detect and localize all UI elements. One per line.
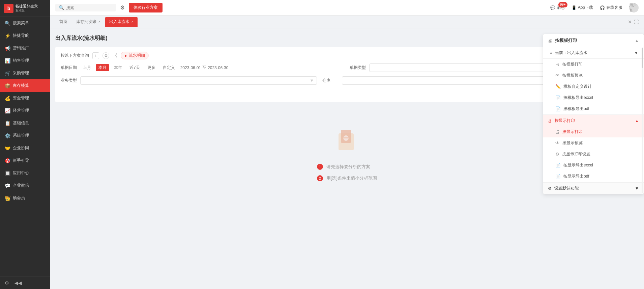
sidebar-item-sales[interactable]: 📊销售管理 [0, 54, 50, 67]
sidebar-label-app-center: 应用中心 [13, 170, 29, 176]
sidebar-item-operations[interactable]: 📈经营管理 [0, 104, 50, 117]
icon-display-print: 🖨 [555, 129, 560, 134]
sidebar-item-guide[interactable]: 🎯新手引导 [0, 154, 50, 167]
sidebar-item-enterprise[interactable]: 🤝企业协同 [0, 142, 50, 154]
settings-icon[interactable]: ⚙ [5, 280, 9, 286]
filter-label: 按以下方案查询 [61, 53, 89, 58]
date-option-近7天[interactable]: 近7天 [127, 64, 143, 71]
business-type-input[interactable]: ▼ [80, 76, 317, 85]
messages-btn[interactable]: 💬 消息 99+ [550, 5, 565, 10]
date-option-本月[interactable]: 本月 [96, 64, 109, 71]
tag-label: 流水明细 [129, 53, 145, 58]
warehouse-label: 仓库 [322, 78, 339, 83]
tab-label-in-out-flow: 出入库流水 [109, 19, 129, 25]
app-name: 畅捷通好生意 [16, 4, 38, 8]
sidebar-item-wechat[interactable]: 💬企业微信 [0, 179, 50, 192]
display-section-chevron[interactable]: ▲ [635, 119, 639, 123]
dropdown-current-item[interactable]: ● 当前：出入库流水 ▼ [543, 47, 644, 58]
date-filter-field: 单据日期 上月本月本年近7天更多自定义 2023-06-01 至 2023-06… [61, 64, 344, 71]
dropdown-header: 🖨 按模板打印 ▲ [543, 34, 644, 47]
display-section-header[interactable]: 🖨 按显示打印 ▲ [543, 115, 644, 126]
tab-close-in-out-flow[interactable]: × [131, 20, 134, 24]
search-box[interactable]: 🔍 [55, 4, 116, 11]
message-icon: 💬 [550, 5, 555, 10]
sidebar-label-sales: 销售管理 [13, 58, 29, 63]
dropdown-item-template-custom[interactable]: ✏️模板自定义设计 [543, 81, 644, 92]
sidebar-label-guide: 新手引导 [13, 158, 29, 163]
dropdown-panel: 🖨 按模板打印 ▲ ● 当前：出入库流水 ▼ 🖨按模板打印👁按模板预览✏️模板自… [543, 34, 644, 194]
dropdown-item-template-preview[interactable]: 👁按模板预览 [543, 70, 644, 81]
sidebar-item-app-center[interactable]: 🔲应用中心 [0, 167, 50, 179]
sidebar-label-search: 搜索菜单 [13, 20, 29, 26]
app-download-btn[interactable]: 📱 App下载 [572, 5, 593, 10]
sidebar-icon-marketing: 📢 [5, 46, 10, 51]
tab-in-out-flow[interactable]: 出入库流水× [105, 17, 138, 27]
sidebar-item-basic-info[interactable]: 📋基础信息 [0, 117, 50, 129]
dropdown-display-item-display-preview[interactable]: 👁按显示预览 [543, 137, 644, 149]
close-window-icon[interactable]: ✕ [628, 19, 632, 25]
topbar: 🔍 ⚙ 体验行业方案 💬 消息 99+ 📱 App下载 🎧 在线客服 用户名 [50, 0, 644, 16]
current-label-icon: ● [550, 51, 552, 55]
avatar[interactable]: 用户名 [629, 3, 639, 12]
filter-settings-button[interactable]: ⚙ [103, 52, 109, 59]
date-option-本年[interactable]: 本年 [111, 64, 125, 71]
sidebar-item-vip[interactable]: 👑畅会员 [0, 192, 50, 204]
settings-gear-icon[interactable]: ⚙ [120, 4, 125, 11]
display-section-icon: 🖨 [548, 119, 552, 123]
customer-service-btn[interactable]: 🎧 在线客服 [600, 5, 622, 10]
date-option-上月[interactable]: 上月 [80, 64, 94, 71]
sidebar-icon-system: ⚙️ [5, 133, 10, 138]
user-name: 用户名 [629, 3, 639, 13]
dropdown-item-template-print[interactable]: 🖨按模板打印 [543, 59, 644, 70]
sidebar-item-inventory[interactable]: 📦库存核算 [0, 79, 50, 92]
sidebar-label-finance: 资金管理 [13, 95, 29, 101]
empty-illustration [333, 127, 360, 158]
dropdown-display-item-display-export-pdf[interactable]: 📄按显示导出pdf [543, 171, 644, 182]
sidebar-item-marketing[interactable]: 📢营销推广 [0, 42, 50, 54]
label-template-print: 按模板打印 [562, 61, 583, 67]
tab-batch-account[interactable]: 库存批次账× [72, 17, 105, 27]
sidebar-nav: 🔍搜索菜单⚡快捷导航📢营销推广📊销售管理🛒采购管理📦库存核算💰资金管理📈经营管理… [0, 17, 50, 277]
sidebar-item-system[interactable]: ⚙️系统管理 [0, 129, 50, 142]
label-template-preview: 按模板预览 [562, 73, 583, 78]
label-template-export-excel: 按模板导出excel [563, 95, 593, 101]
tab-close-batch-account[interactable]: × [98, 20, 100, 24]
date-option-更多[interactable]: 更多 [145, 64, 158, 71]
date-label: 单据日期 [61, 65, 78, 71]
sidebar-item-quick-nav[interactable]: ⚡快捷导航 [0, 29, 50, 42]
tabbar-right: ✕ ⛶ [628, 19, 639, 25]
tab-label-batch-account: 库存批次账 [76, 19, 96, 25]
sidebar-label-purchase: 采购管理 [13, 70, 29, 76]
dropdown-display-item-display-print-settings[interactable]: ⚙按显示打印设置 [543, 149, 644, 160]
sidebar-label-vip: 畅会员 [13, 195, 25, 201]
sidebar-item-finance[interactable]: 💰资金管理 [0, 92, 50, 104]
dropdown-display-item-display-export-excel[interactable]: 📄按显示导出excel [543, 160, 644, 171]
date-option-自定义[interactable]: 自定义 [160, 64, 178, 71]
search-input[interactable] [66, 5, 113, 10]
default-section-chevron[interactable]: ▼ [635, 186, 639, 191]
expand-icon[interactable]: ⛶ [634, 19, 639, 25]
business-type-dropdown-icon[interactable]: ▼ [310, 78, 314, 83]
trial-button[interactable]: 体验行业方案 [129, 3, 163, 12]
dropdown-item-template-export-excel[interactable]: 📄按模板导出excel [543, 92, 644, 103]
dropdown-item-template-export-pdf[interactable]: 📄按模板导出pdf [543, 103, 644, 114]
label-template-export-pdf: 按模板导出pdf [563, 106, 589, 112]
dropdown-title: 按模板打印 [555, 37, 577, 44]
page-title: 出入库流水(流水明细) [55, 35, 108, 42]
filter-add-button[interactable]: + [92, 52, 99, 59]
business-type-text-input[interactable] [83, 78, 310, 83]
default-section-header[interactable]: ⚙ 设置默认功能 ▼ [543, 182, 644, 194]
dropdown-close-icon[interactable]: ▲ [635, 38, 639, 43]
filter-collapse-icon[interactable]: 《 [113, 53, 117, 59]
collapse-icon[interactable]: ◀◀ [14, 280, 22, 286]
sidebar: b 畅捷通好生意 标准版 🔍搜索菜单⚡快捷导航📢营销推广📊销售管理🛒采购管理📦库… [0, 0, 50, 289]
icon-template-export-pdf: 📄 [555, 106, 561, 111]
headset-icon: 🎧 [600, 5, 605, 10]
dropdown-display-item-display-print[interactable]: 🖨按显示打印 [543, 126, 644, 137]
tab-home[interactable]: 首页 [55, 17, 71, 27]
sidebar-item-purchase[interactable]: 🛒采购管理 [0, 67, 50, 79]
warehouse-text-input[interactable] [345, 78, 572, 83]
business-type-label: 业务类型 [61, 78, 78, 83]
sidebar-item-search[interactable]: 🔍搜索菜单 [0, 17, 50, 29]
sidebar-label-enterprise: 企业协同 [13, 145, 29, 151]
